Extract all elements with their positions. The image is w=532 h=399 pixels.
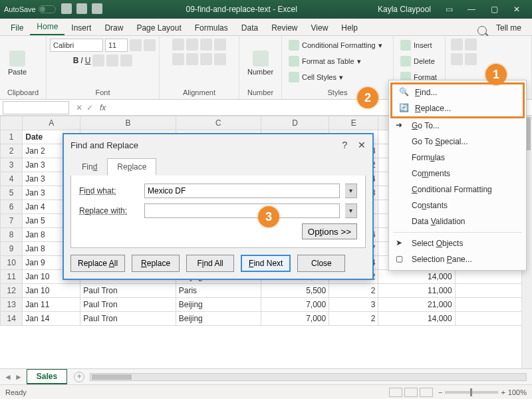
tell-me[interactable]: Tell me bbox=[489, 21, 528, 35]
replace-all-button[interactable]: Replace All bbox=[70, 255, 125, 272]
find-select-icon[interactable] bbox=[465, 53, 477, 65]
sort-filter-icon[interactable] bbox=[465, 39, 477, 51]
row-header[interactable]: 2 bbox=[1, 144, 23, 158]
cell[interactable]: Jan 14 bbox=[23, 312, 80, 326]
close-button[interactable]: ✕ bbox=[505, 2, 528, 17]
cell[interactable] bbox=[455, 284, 531, 298]
cell[interactable]: 14,000 bbox=[378, 270, 455, 284]
cell[interactable]: Jan 11 bbox=[23, 298, 80, 312]
table-row[interactable]: 13Jan 11Paul TronBeijing7,000321,000 bbox=[1, 298, 532, 312]
align-bottom-icon[interactable] bbox=[200, 39, 212, 51]
underline-button[interactable]: U bbox=[85, 56, 91, 65]
cell-styles-button[interactable]: Cell Styles▾ bbox=[287, 70, 344, 84]
wrap-text-icon[interactable] bbox=[214, 39, 226, 51]
cell[interactable]: 7,000 bbox=[261, 298, 329, 312]
sheet-tab-sales[interactable]: Sales bbox=[27, 369, 67, 384]
cell[interactable]: 11,000 bbox=[378, 284, 455, 298]
delete-cells-button[interactable]: Delete bbox=[399, 55, 436, 68]
cell[interactable]: 7,000 bbox=[261, 312, 329, 326]
font-size-select[interactable]: 11 bbox=[105, 39, 128, 52]
minimize-button[interactable]: — bbox=[460, 2, 483, 17]
cell[interactable]: Paul Tron bbox=[80, 284, 176, 298]
row-header[interactable]: 14 bbox=[1, 312, 23, 326]
autosave-toggle[interactable] bbox=[39, 5, 56, 13]
menu-replace[interactable]: 🔄Replace... bbox=[392, 100, 523, 116]
merge-icon[interactable] bbox=[214, 53, 226, 65]
autosum-icon[interactable] bbox=[451, 39, 463, 51]
decrease-font-icon[interactable] bbox=[144, 39, 156, 51]
tab-view[interactable]: View bbox=[305, 21, 335, 35]
maximize-button[interactable]: ▢ bbox=[483, 2, 505, 17]
select-all[interactable] bbox=[1, 116, 23, 130]
increase-font-icon[interactable] bbox=[130, 39, 142, 51]
border-icon[interactable] bbox=[92, 55, 104, 66]
cell[interactable]: Paris bbox=[176, 284, 261, 298]
replace-button[interactable]: Replace bbox=[132, 255, 180, 272]
redo-icon[interactable] bbox=[92, 3, 102, 14]
row-header[interactable]: 3 bbox=[1, 158, 23, 172]
font-name-select[interactable]: Calibri bbox=[50, 39, 103, 52]
zoom-level[interactable]: 100% bbox=[508, 388, 527, 396]
row-header[interactable]: 13 bbox=[1, 298, 23, 312]
enter-icon[interactable]: ✓ bbox=[86, 103, 93, 112]
align-top-icon[interactable] bbox=[172, 39, 184, 51]
tab-home[interactable]: Home bbox=[30, 19, 65, 35]
menu-comments[interactable]: Comments bbox=[389, 166, 526, 182]
undo-icon[interactable] bbox=[76, 3, 87, 14]
fill-icon[interactable] bbox=[451, 53, 463, 65]
sheet-nav-next[interactable]: ► bbox=[15, 372, 23, 382]
add-sheet-button[interactable]: + bbox=[74, 372, 84, 382]
dialog-tab-find[interactable]: Find bbox=[72, 158, 107, 176]
zoom-slider[interactable] bbox=[445, 391, 498, 394]
row-header[interactable]: 12 bbox=[1, 284, 23, 298]
menu-goto[interactable]: ➜Go To... bbox=[389, 118, 526, 134]
row-header[interactable]: 1 bbox=[1, 130, 23, 144]
format-as-table-button[interactable]: Format as Table▾ bbox=[287, 55, 362, 68]
row-header[interactable]: 5 bbox=[1, 186, 23, 200]
replace-with-input[interactable] bbox=[144, 203, 340, 218]
menu-selection-pane[interactable]: ▢Selection Pane... bbox=[389, 251, 526, 267]
find-what-input[interactable] bbox=[144, 184, 340, 198]
cell[interactable] bbox=[455, 312, 531, 326]
cell[interactable]: 2 bbox=[329, 312, 378, 326]
tab-file[interactable]: File bbox=[4, 21, 30, 35]
dialog-tab-replace[interactable]: Replace bbox=[107, 158, 156, 176]
row-header[interactable]: 8 bbox=[1, 228, 23, 242]
view-page-layout-icon[interactable] bbox=[404, 388, 418, 397]
menu-goto-special[interactable]: Go To Special... bbox=[389, 134, 526, 150]
dialog-help-button[interactable]: ? bbox=[342, 140, 348, 150]
cell[interactable]: 3 bbox=[329, 298, 378, 312]
cell[interactable]: Jan 10 bbox=[23, 284, 80, 298]
align-middle-icon[interactable] bbox=[186, 39, 198, 51]
cell[interactable]: Paul Tron bbox=[80, 298, 176, 312]
tab-data[interactable]: Data bbox=[235, 21, 265, 35]
options-button[interactable]: Options >> bbox=[302, 223, 357, 239]
menu-select-objects[interactable]: ➤Select Objects bbox=[389, 235, 526, 251]
table-row[interactable]: 14Jan 14Paul TronBeijing7,000214,000 bbox=[1, 312, 532, 326]
number-format-button[interactable]: Number bbox=[245, 49, 276, 77]
find-all-button[interactable]: Find All bbox=[186, 255, 234, 272]
sheet-nav-prev[interactable]: ◄ bbox=[4, 372, 12, 382]
align-left-icon[interactable] bbox=[172, 53, 184, 65]
bold-button[interactable]: B bbox=[73, 56, 79, 65]
row-header[interactable]: 7 bbox=[1, 214, 23, 228]
tab-formulas[interactable]: Formulas bbox=[188, 21, 235, 35]
horizontal-scrollbar[interactable] bbox=[90, 373, 527, 381]
find-next-button[interactable]: Find Next bbox=[241, 255, 291, 272]
tab-review[interactable]: Review bbox=[265, 21, 304, 35]
align-right-icon[interactable] bbox=[200, 53, 212, 65]
zoom-out-button[interactable]: − bbox=[438, 388, 442, 396]
tab-insert[interactable]: Insert bbox=[65, 21, 98, 35]
cell[interactable]: 14,000 bbox=[378, 312, 455, 326]
align-center-icon[interactable] bbox=[186, 53, 198, 65]
table-row[interactable]: 12Jan 10Paul TronParis5,500211,000 bbox=[1, 284, 532, 298]
tab-draw[interactable]: Draw bbox=[98, 21, 130, 35]
row-header[interactable]: 10 bbox=[1, 256, 23, 270]
row-header[interactable]: 6 bbox=[1, 200, 23, 214]
font-color-icon[interactable] bbox=[120, 55, 132, 66]
menu-cond-format[interactable]: Conditional Formatting bbox=[389, 182, 526, 198]
italic-button[interactable]: I bbox=[80, 56, 82, 65]
conditional-formatting-button[interactable]: Conditional Formatting▾ bbox=[287, 39, 384, 52]
row-header[interactable]: 11 bbox=[1, 270, 23, 284]
close-dialog-button[interactable]: Close bbox=[297, 255, 345, 272]
